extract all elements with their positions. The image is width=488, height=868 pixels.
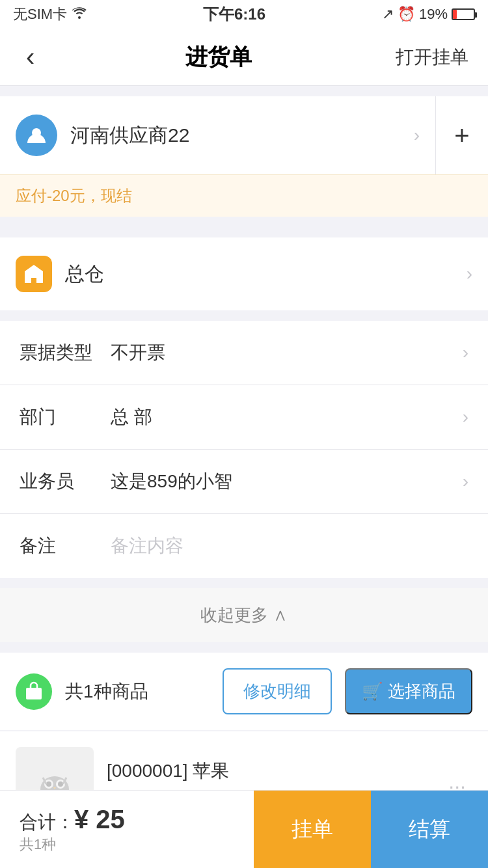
supplier-notice: 应付-20元，现结 [0, 174, 488, 217]
warehouse-section: 总仓 › [0, 237, 488, 310]
supplier-chevron-icon: › [414, 125, 420, 146]
total-amount: ¥ 25 [74, 805, 125, 834]
status-left: 无SIM卡 [13, 5, 87, 24]
warehouse-chevron-icon: › [467, 264, 472, 284]
location-icon: ↗ [382, 6, 394, 23]
select-product-label: 选择商品 [388, 680, 455, 703]
salesperson-row[interactable]: 业务员 这是859的小智 › [0, 450, 488, 514]
status-right: ↗ ⏰ 19% [382, 6, 475, 23]
department-value: 总 部 [111, 405, 463, 429]
warehouse-name: 总仓 [65, 261, 467, 288]
product-name: [0000001] 苹果 [107, 759, 429, 783]
select-product-icon: 🛒 [362, 681, 383, 701]
invoice-type-chevron-icon: › [463, 342, 468, 363]
svg-point-6 [58, 781, 63, 787]
nav-bar: ‹ 进货单 打开挂单 [0, 29, 488, 86]
remark-label: 备注 [20, 534, 111, 558]
warehouse-row[interactable]: 总仓 › [0, 237, 488, 310]
total-area: 合计：¥ 25 共1种 [0, 805, 254, 854]
total-label: 合计： [20, 812, 74, 832]
open-hang-button[interactable]: 打开挂单 [396, 45, 468, 70]
svg-point-5 [46, 781, 51, 787]
invoice-type-label: 票据类型 [20, 340, 111, 365]
status-time: 下午6:16 [203, 4, 265, 25]
carrier-label: 无SIM卡 [13, 5, 67, 24]
products-count: 共1种商品 [65, 679, 210, 704]
form-fields: 票据类型 不开票 › 部门 总 部 › 业务员 这是859的小智 › 备注 备注… [0, 321, 488, 578]
battery-percent: 19% [419, 6, 448, 23]
products-header: 共1种商品 修改明细 🛒 选择商品 [0, 653, 488, 730]
salesperson-value: 这是859的小智 [111, 469, 463, 494]
total-row: 合计：¥ 25 [20, 805, 234, 835]
salesperson-label: 业务员 [20, 469, 111, 494]
invoice-type-value: 不开票 [111, 340, 463, 365]
divider-1 [0, 217, 488, 227]
department-row[interactable]: 部门 总 部 › [0, 385, 488, 450]
checkout-button[interactable]: 结算 [371, 791, 488, 869]
alarm-icon: ⏰ [398, 6, 415, 23]
edit-detail-button[interactable]: 修改明细 [223, 668, 332, 714]
department-label: 部门 [20, 405, 111, 429]
supplier-section: 河南供应商22 › + [0, 96, 488, 174]
remark-input[interactable]: 备注内容 [111, 534, 468, 558]
back-button[interactable]: ‹ [20, 36, 41, 78]
total-count: 共1种 [20, 835, 234, 854]
supplier-name: 河南供应商22 [70, 122, 414, 149]
content-area: 河南供应商22 › + 应付-20元，现结 总仓 › 票据类型 不开票 › 部门 [0, 96, 488, 868]
page-title: 进货单 [185, 42, 252, 72]
bottom-bar: 合计：¥ 25 共1种 挂单 结算 [0, 790, 488, 868]
divider-2 [0, 310, 488, 321]
remark-row[interactable]: 备注 备注内容 [0, 514, 488, 578]
select-product-button[interactable]: 🛒 选择商品 [345, 668, 472, 714]
wifi-icon [72, 6, 87, 23]
battery-icon [452, 8, 475, 20]
svg-rect-1 [26, 688, 42, 699]
add-supplier-button[interactable]: + [436, 96, 488, 174]
collapse-button[interactable]: 收起更多 ∧ [0, 588, 488, 642]
department-chevron-icon: › [463, 407, 468, 427]
warehouse-icon [16, 256, 52, 292]
supplier-selector[interactable]: 河南供应商22 › [0, 96, 436, 174]
salesperson-chevron-icon: › [463, 471, 468, 492]
products-icon [16, 673, 52, 710]
hang-button[interactable]: 挂单 [254, 791, 371, 869]
invoice-type-row[interactable]: 票据类型 不开票 › [0, 321, 488, 385]
supplier-avatar [16, 115, 57, 156]
status-bar: 无SIM卡 下午6:16 ↗ ⏰ 19% [0, 0, 488, 29]
